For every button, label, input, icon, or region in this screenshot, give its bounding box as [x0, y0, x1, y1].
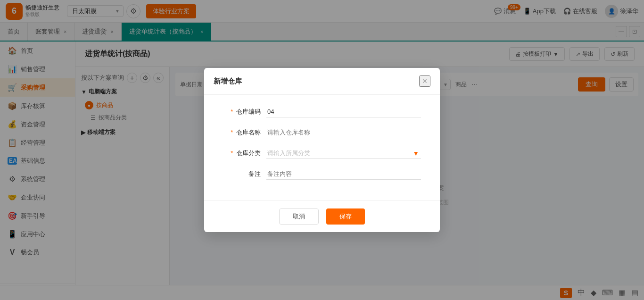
cancel-button[interactable]: 取消: [279, 208, 319, 225]
name-label: * 仓库名称: [223, 128, 261, 137]
category-required-mark: *: [231, 150, 233, 157]
modal-header: 新增仓库 ×: [204, 68, 440, 95]
warehouse-code-input[interactable]: [266, 106, 421, 117]
modal-footer: 取消 保存: [204, 200, 440, 232]
warehouse-name-input[interactable]: [266, 127, 421, 138]
category-select-wrap[interactable]: 请输入所属分类 ▼: [266, 148, 421, 159]
remark-input[interactable]: [266, 168, 421, 180]
category-label: * 仓库分类: [223, 149, 261, 158]
form-row-code: * 仓库编码: [223, 106, 421, 117]
code-required-mark: *: [231, 108, 233, 115]
form-row-remark: 备注: [223, 168, 421, 180]
save-button[interactable]: 保存: [326, 208, 365, 225]
form-row-name: * 仓库名称: [223, 127, 421, 138]
code-label: * 仓库编码: [223, 108, 261, 116]
modal-overlay: 新增仓库 × * 仓库编码 * 仓库名称: [0, 0, 644, 300]
modal-close-button[interactable]: ×: [419, 75, 430, 87]
add-warehouse-modal: 新增仓库 × * 仓库编码 * 仓库名称: [204, 68, 440, 232]
category-select[interactable]: 请输入所属分类: [266, 148, 421, 159]
name-required-mark: *: [231, 129, 233, 136]
form-row-category: * 仓库分类 请输入所属分类 ▼: [223, 148, 421, 159]
modal-body: * 仓库编码 * 仓库名称 * 仓库分类: [204, 95, 440, 200]
remark-label: 备注: [223, 170, 261, 178]
modal-title: 新增仓库: [214, 77, 242, 86]
